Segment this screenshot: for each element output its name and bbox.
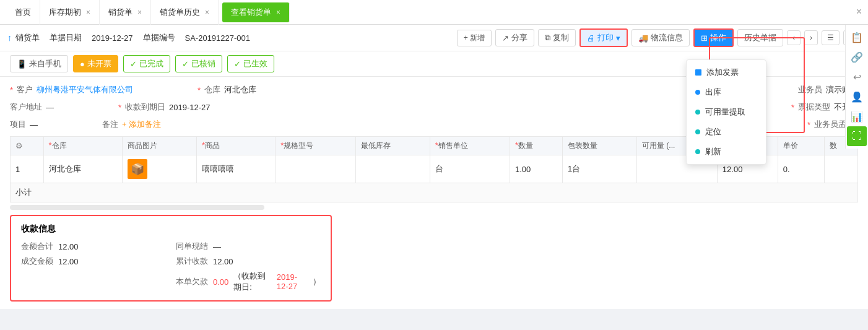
customer-field: * 客户 柳州粤港平安气体有限公司	[10, 84, 133, 95]
col-gear: ⚙	[11, 137, 44, 155]
phone-icon: 📱	[17, 59, 27, 69]
effective-button[interactable]: ✓ 已生效	[227, 55, 274, 72]
from-phone-button[interactable]: 📱 来自手机	[10, 55, 68, 72]
grid-icon: ⊞	[701, 33, 708, 43]
effective-check-icon: ✓	[234, 59, 241, 69]
locate-item[interactable]: 定位	[687, 122, 766, 142]
row-spec	[276, 155, 355, 183]
check-icon: ✓	[130, 59, 137, 69]
note-field: 备注 + 添加备注	[102, 119, 161, 130]
tab-sales[interactable]: 销货单 ×	[100, 0, 151, 25]
not-open-button[interactable]: ● 未开票	[73, 55, 118, 72]
right-icon-6[interactable]: ⛶	[847, 126, 867, 146]
payment-info-box: 收款信息 金额合计 12.00 同单现结 — 成交金额 12.00 累计收款 1…	[10, 215, 332, 302]
horizontal-scrollbar[interactable]	[10, 205, 264, 210]
outbound-icon	[695, 90, 700, 95]
cancel-check-icon: ✓	[182, 59, 189, 69]
tab-home[interactable]: 首页	[6, 0, 40, 25]
tab-view-sales-close[interactable]: ×	[276, 8, 280, 17]
date-label: 单据日期	[50, 32, 82, 43]
warehouse-field: * 仓库 河北仓库	[197, 84, 256, 95]
available-qty-item[interactable]: 可用量提取	[687, 102, 766, 122]
row-warehouse: 河北仓库	[43, 155, 122, 183]
available-qty-icon	[695, 110, 700, 115]
logistics-button[interactable]: 🚚 物流信息	[631, 29, 690, 46]
right-icon-5[interactable]: 📊	[847, 106, 867, 126]
share-icon: ↗	[502, 33, 509, 43]
row-index: 1	[11, 155, 44, 183]
plus-icon: +	[122, 119, 127, 129]
add-invoice-item[interactable]: 添加发票	[687, 63, 766, 82]
right-icon-2[interactable]: 🔗	[847, 47, 867, 67]
row-image: 📦	[122, 155, 196, 183]
toolbar-actions: + 新增 ↗ 分享 ⧉ 复制 🖨 打印 ▾ 🚚 物流信息 ⊞ 操作	[457, 28, 861, 47]
row-extra	[825, 155, 858, 183]
copy-button[interactable]: ⧉ 复制	[538, 29, 576, 46]
project-field: 项目 —	[10, 119, 38, 130]
add-note-button[interactable]: + 添加备注	[122, 119, 161, 130]
done-button[interactable]: ✓ 已完成	[123, 55, 170, 72]
main-toolbar: ↑ 销货单 单据日期 2019-12-27 单据编号 SA-20191227-0…	[0, 25, 868, 51]
ticket-icon: ●	[80, 59, 85, 69]
tab-inventory-close[interactable]: ×	[86, 8, 90, 17]
doc-icon: ↑	[7, 33, 12, 43]
print-icon: 🖨	[587, 33, 595, 43]
tab-view-sales[interactable]: 查看销货单 ×	[222, 2, 290, 22]
col-pack: 包装数量	[563, 137, 637, 155]
next-button[interactable]: ›	[804, 30, 818, 45]
tab-sales-history[interactable]: 销货单历史 ×	[151, 0, 219, 25]
address-field: 客户地址 —	[10, 102, 54, 113]
cancelled-button[interactable]: ✓ 已核销	[175, 55, 222, 72]
col-min-stock: 最低库存	[355, 137, 430, 155]
outbound-item[interactable]: 出库	[687, 82, 766, 102]
row-pack-qty: 1台	[563, 155, 637, 183]
doc-meta: 单据日期 2019-12-27 单据编号 SA-20191227-001	[50, 32, 250, 43]
row-sales-unit: 台	[430, 155, 510, 183]
tab-sales-history-close[interactable]: ×	[205, 8, 209, 17]
owing-item: 本单欠款 0.00 （收款到期日: 2019-12-27 ）	[176, 271, 321, 293]
payment-info-grid: 金额合计 12.00 同单现结 — 成交金额 12.00 累计收款 12.00 …	[21, 241, 321, 293]
same-bill-item: 同单现结 —	[176, 241, 321, 252]
number-value: SA-20191227-001	[185, 33, 251, 43]
col-sales-unit: *销售单位	[430, 137, 510, 155]
operations-button[interactable]: ⊞ 操作	[693, 28, 734, 47]
print-button[interactable]: 🖨 打印 ▾	[579, 28, 628, 47]
refresh-item[interactable]: 刷新	[687, 142, 766, 162]
amount-total-item: 金额合计 12.00	[21, 241, 166, 252]
right-icon-3[interactable]: ↩	[847, 67, 867, 87]
print-dropdown-icon: ▾	[616, 33, 620, 43]
tab-inventory[interactable]: 库存期初 ×	[40, 0, 100, 25]
col-spec: *规格型号	[276, 137, 355, 155]
accumulated-item: 累计收款 12.00	[176, 256, 321, 267]
product-image: 📦	[128, 159, 147, 179]
col-price: 单价	[778, 137, 825, 155]
row-min-stock	[355, 155, 430, 183]
new-button[interactable]: + 新增	[457, 30, 492, 46]
refresh-icon	[695, 149, 700, 154]
gear-icon: ⚙	[15, 141, 23, 150]
tab-sales-close[interactable]: ×	[137, 8, 142, 17]
share-button[interactable]: ↗ 分享	[495, 29, 534, 46]
history-button[interactable]: 历史单据	[737, 29, 783, 46]
date-value: 2019-12-27	[92, 33, 133, 43]
right-icon-4[interactable]: 👤	[847, 87, 867, 106]
right-panel: 📋 🔗 ↩ 👤 📊 ⛶	[845, 25, 868, 149]
col-quantity: *数量	[510, 137, 562, 155]
doc-type-label: ↑ 销货单	[7, 32, 40, 43]
col-product: *商品	[196, 137, 275, 155]
transaction-item: 成交金额 12.00	[21, 256, 166, 267]
locate-icon	[695, 129, 700, 134]
view1-button[interactable]: ☰	[822, 30, 840, 45]
col-image: 商品图片	[122, 137, 196, 155]
payment-date-field: * 收款到期日 2019-12-27	[118, 102, 210, 113]
col-warehouse: *仓库	[43, 137, 122, 155]
add-invoice-icon	[695, 69, 701, 76]
right-icon-1[interactable]: 📋	[847, 27, 867, 47]
table-subtotal-row: 小计	[11, 183, 858, 202]
tab-bar: 首页 库存期初 × 销货单 × 销货单历史 × 查看销货单 × ×	[0, 0, 868, 25]
operations-dropdown: 添加发票 出库 可用量提取 定位 刷新	[686, 59, 766, 165]
payment-info-title: 收款信息	[21, 224, 321, 235]
row-quantity: 1.00	[510, 155, 562, 183]
window-close-icon[interactable]: ×	[856, 6, 862, 17]
prev-button[interactable]: ‹	[787, 30, 801, 45]
